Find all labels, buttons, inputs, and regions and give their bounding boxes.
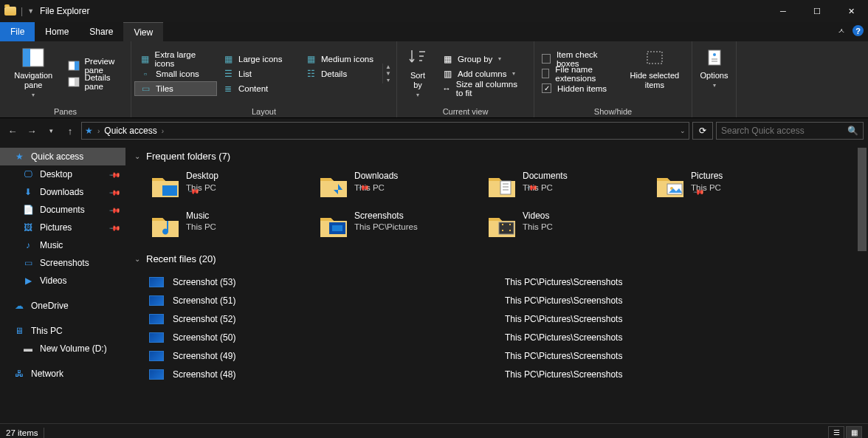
back-button[interactable]: ←	[4, 123, 21, 139]
options-button[interactable]: Options▾	[695, 43, 733, 104]
image-icon	[149, 277, 164, 287]
scrollbar[interactable]	[856, 143, 868, 423]
maximize-button[interactable]: ☐	[800, 0, 834, 22]
layout-icon: ☰	[222, 68, 234, 80]
add-columns-button[interactable]: ▥Add columns▾	[435, 66, 531, 81]
scrollbar-thumb[interactable]	[858, 148, 867, 251]
group-by-button[interactable]: ▦Group by▾	[435, 52, 531, 66]
tree-network[interactable]: 🖧Network	[0, 365, 125, 383]
tree-item-documents[interactable]: 📄Documents📌	[0, 201, 125, 219]
tree-item-pictures[interactable]: 🖼Pictures📌	[0, 219, 125, 236]
close-button[interactable]: ✕	[834, 0, 868, 22]
gallery-down-icon[interactable]: ▼	[385, 70, 391, 77]
forward-button[interactable]: →	[24, 123, 40, 139]
recent-file[interactable]: Screenshot (51)This PC\Pictures\Screensh…	[149, 292, 859, 310]
folder-icon	[149, 171, 179, 200]
refresh-button[interactable]: ⟳	[692, 122, 713, 140]
folder-tile-videos[interactable]: VideosThis PC	[486, 211, 648, 240]
layout-extra-large-icons[interactable]: ▦Extra large icons	[134, 52, 217, 66]
size-columns-button[interactable]: ↔Size all columns to fit	[435, 81, 531, 96]
content-pane[interactable]: ⌄ Frequent folders (7) DesktopThis PC📌Do…	[125, 143, 868, 423]
sort-by-button[interactable]: Sort by▾	[400, 43, 435, 104]
up-button[interactable]: ↑	[62, 123, 78, 139]
search-box[interactable]: 🔍	[716, 122, 864, 140]
recent-file[interactable]: Screenshot (48)This PC\Pictures\Screensh…	[149, 366, 859, 384]
layout-list[interactable]: ☰List	[217, 66, 300, 81]
layout-gallery[interactable]: ▦Extra large icons▦Large icons▦Medium ic…	[134, 52, 382, 96]
image-icon	[149, 332, 164, 343]
layout-large-icons[interactable]: ▦Large icons	[217, 52, 300, 66]
folder-tile-screenshots[interactable]: ScreenshotsThis PC\Pictures	[317, 211, 480, 240]
recent-locations-button[interactable]: ▾	[43, 123, 59, 139]
recent-file[interactable]: Screenshot (53)This PC\Pictures\Screensh…	[149, 273, 859, 292]
folder-icon: 🖵	[22, 168, 34, 180]
drive-icon: ▬	[22, 343, 34, 355]
tab-view[interactable]: View	[123, 22, 163, 41]
address-bar[interactable]: ★ › Quick access › ⌄	[81, 122, 689, 140]
chevron-right-icon[interactable]: ›	[97, 127, 100, 135]
file-extensions-toggle[interactable]: File name extensions	[537, 66, 621, 81]
tab-file[interactable]: File	[0, 22, 35, 41]
layout-content[interactable]: ≣Content	[217, 81, 300, 96]
navigation-pane-button[interactable]: Navigation pane ▾	[3, 43, 63, 104]
tree-onedrive[interactable]: ☁OneDrive	[0, 297, 125, 315]
layout-tiles[interactable]: ▭Tiles	[134, 81, 217, 96]
tree-item-music[interactable]: ♪Music	[0, 236, 125, 254]
pin-icon: 📌	[109, 168, 121, 180]
star-icon: ★	[13, 151, 25, 162]
navigation-tree[interactable]: ★Quick access 🖵Desktop📌⬇Downloads📌📄Docum…	[0, 143, 125, 423]
folder-icon	[317, 211, 347, 240]
tab-home[interactable]: Home	[35, 22, 79, 41]
gallery-up-icon[interactable]: ▲	[385, 64, 391, 70]
breadcrumb-quick-access[interactable]: Quick access	[104, 126, 156, 136]
ribbon-collapse-icon[interactable]: ㅅ	[838, 26, 845, 36]
gallery-more-icon[interactable]: ▾	[387, 77, 390, 83]
search-input[interactable]	[721, 126, 847, 136]
tree-this-pc[interactable]: 🖥This PC	[0, 322, 125, 340]
tree-quick-access[interactable]: ★Quick access	[0, 148, 125, 165]
layout-icon: ▦	[222, 53, 234, 65]
network-icon: 🖧	[13, 368, 25, 380]
layout-medium-icons[interactable]: ▦Medium icons	[300, 52, 382, 66]
view-details-button[interactable]: ☰	[828, 426, 844, 439]
hide-selected-button[interactable]: Hide selected items	[621, 43, 689, 104]
chevron-right-icon[interactable]: ›	[162, 127, 164, 135]
folder-tile-music[interactable]: MusicThis PC	[149, 211, 311, 240]
frequent-folders-header[interactable]: ⌄ Frequent folders (7)	[134, 151, 859, 162]
layout-small-icons[interactable]: ▫Small icons	[134, 66, 217, 81]
tree-item-screenshots[interactable]: ▭Screenshots	[0, 254, 125, 272]
tree-new-volume[interactable]: ▬New Volume (D:)	[0, 340, 125, 357]
tree-item-videos[interactable]: ▶Videos	[0, 272, 125, 290]
group-label-layout: Layout	[134, 104, 393, 117]
image-icon	[149, 295, 164, 306]
hidden-items-toggle[interactable]: Hidden items	[537, 81, 621, 96]
recent-file[interactable]: Screenshot (52)This PC\Pictures\Screensh…	[149, 310, 859, 329]
pin-icon: 📌	[109, 204, 121, 216]
tab-share[interactable]: Share	[79, 22, 123, 41]
item-checkboxes-toggle[interactable]: Item check boxes	[537, 52, 621, 66]
details-pane-button[interactable]: Details pane	[63, 75, 128, 89]
recent-file[interactable]: Screenshot (50)This PC\Pictures\Screensh…	[149, 329, 859, 347]
image-icon	[149, 369, 164, 380]
ribbon: Navigation pane ▾ Preview pane Details p…	[0, 41, 868, 118]
pin-icon: 📌	[109, 222, 121, 233]
help-icon[interactable]: ?	[852, 25, 864, 36]
group-label-currentview: Current view	[400, 104, 531, 117]
recent-files-header[interactable]: ⌄ Recent files (20)	[134, 253, 859, 264]
pin-icon: 📌	[109, 186, 121, 198]
folder-icon	[149, 211, 179, 240]
folder-tile-pictures[interactable]: PicturesThis PC📌	[654, 171, 816, 205]
folder-tile-desktop[interactable]: DesktopThis PC📌	[149, 171, 311, 205]
tree-item-downloads[interactable]: ⬇Downloads📌	[0, 183, 125, 201]
qat-dropdown-icon[interactable]: ▼	[27, 7, 34, 15]
tree-item-desktop[interactable]: 🖵Desktop📌	[0, 165, 125, 183]
ribbon-tabs: File Home Share View ㅅ ?	[0, 22, 868, 41]
recent-file[interactable]: Screenshot (49)This PC\Pictures\Screensh…	[149, 347, 859, 366]
view-tiles-button[interactable]: ▦	[846, 426, 862, 439]
preview-pane-button[interactable]: Preview pane	[63, 58, 128, 73]
minimize-button[interactable]: ─	[766, 0, 800, 22]
layout-details[interactable]: ☷Details	[300, 66, 382, 81]
address-dropdown-icon[interactable]: ⌄	[680, 127, 686, 134]
folder-tile-documents[interactable]: DocumentsThis PC📌	[486, 171, 648, 205]
folder-tile-downloads[interactable]: DownloadsThis PC📌	[317, 171, 480, 205]
